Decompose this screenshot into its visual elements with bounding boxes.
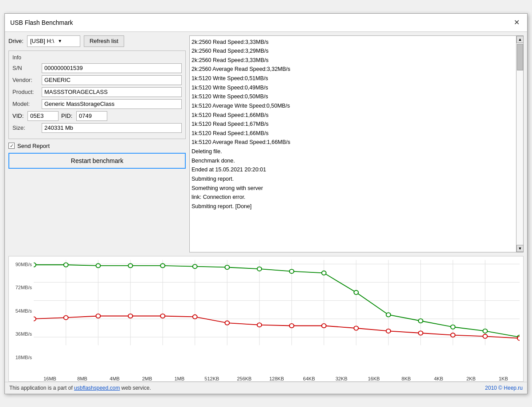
x-label-4mb: 4MB: [98, 376, 131, 381]
footer-right: 2010 © Heep.ru: [485, 385, 523, 391]
left-panel: Drive: [USB] H:\ ▼ Refresh list Info S/N…: [8, 35, 186, 252]
red-dot: [225, 321, 229, 325]
red-dot: [451, 333, 455, 337]
y-label-54: 54MB/s: [12, 308, 34, 314]
send-report-label: Send Report: [17, 143, 50, 149]
scroll-down-button[interactable]: ▼: [516, 245, 524, 252]
size-input[interactable]: [42, 123, 182, 133]
log-line: Submiting report.: [192, 174, 514, 184]
log-line: Something wrong with server: [192, 184, 514, 193]
window-title: USB Flash Benchmark: [10, 19, 73, 26]
log-line: 2k:2560 Average Read Speed:3,32MB/s: [192, 65, 514, 74]
product-label: Product:: [12, 89, 39, 95]
x-label-128kb: 128KB: [260, 376, 293, 381]
drive-value: [USB] H:\: [30, 38, 54, 44]
footer: This application is a part of usbflashsp…: [5, 382, 527, 394]
footer-link[interactable]: usbflashspeed.com: [74, 385, 120, 391]
chart-container: 90MB/s 72MB/s 54MB/s 36MB/s 18MB/s: [12, 260, 520, 375]
pid-label: PID:: [61, 112, 74, 119]
red-dot: [354, 326, 358, 330]
green-dot: [225, 265, 229, 269]
green-dot: [386, 313, 391, 317]
x-label-64kb: 64KB: [293, 376, 325, 381]
red-dot: [289, 323, 294, 327]
log-wrapper: 2k:2560 Read Speed:3,33MB/s2k:2560 Read …: [189, 35, 524, 252]
y-axis-labels: 90MB/s 72MB/s 54MB/s 36MB/s 18MB/s: [12, 260, 34, 362]
red-dot: [386, 329, 391, 333]
x-label-1mb: 1MB: [163, 376, 196, 381]
red-write-line: [34, 316, 520, 338]
red-dot: [322, 323, 326, 327]
chart-svg: [34, 260, 520, 357]
sn-row: S/N: [12, 63, 182, 73]
log-line: Submiting report. [Done]: [192, 202, 514, 211]
log-line: 2k:2560 Read Speed:3,33MB/s: [192, 38, 514, 47]
model-row: Model:: [12, 99, 182, 109]
red-dot: [64, 315, 68, 319]
red-dot: [128, 314, 133, 318]
x-label-8mb: 8MB: [66, 376, 98, 381]
scroll-up-button[interactable]: ▲: [516, 36, 524, 43]
log-line: Deleting file.: [192, 147, 514, 156]
sn-label: S/N: [12, 65, 39, 71]
main-content: Drive: [USB] H:\ ▼ Refresh list Info S/N…: [5, 32, 527, 256]
send-report-checkbox[interactable]: ✓: [8, 143, 15, 149]
product-input[interactable]: [42, 87, 182, 97]
model-input[interactable]: [42, 99, 182, 109]
y-label-18: 18MB/s: [12, 355, 34, 360]
log-line: 1k:5120 Write Speed:0,50MB/s: [192, 92, 514, 101]
green-dot: [289, 269, 294, 273]
red-dot: [257, 323, 262, 327]
x-axis-labels: 16MB 8MB 4MB 2MB 1MB 512KB 256KB 128KB 6…: [12, 375, 520, 381]
footer-text-part1: This application is a part of: [9, 385, 74, 391]
sn-input[interactable]: [42, 63, 182, 73]
green-dot: [34, 263, 36, 267]
info-group: Info S/N Vendor: Product: Model:: [8, 50, 186, 139]
vendor-label: Vendor:: [12, 77, 39, 83]
green-read-line: [34, 265, 520, 337]
green-dot: [483, 329, 487, 333]
close-button[interactable]: ✕: [511, 17, 522, 28]
vendor-input[interactable]: [42, 75, 182, 85]
y-label-72: 72MB/s: [12, 285, 34, 290]
green-dot: [193, 264, 197, 268]
vid-input[interactable]: [27, 111, 59, 121]
restart-benchmark-button[interactable]: Restart benchmark: [8, 153, 186, 169]
x-label-2kb: 2KB: [455, 376, 487, 381]
log-line: 2k:2560 Read Speed:3,33MB/s: [192, 56, 514, 65]
scrollbar-thumb[interactable]: [517, 44, 523, 70]
log-line: 1k:5120 Read Speed:1,67MB/s: [192, 120, 514, 129]
green-dot: [64, 263, 68, 267]
log-line: 2k:2560 Read Speed:3,29MB/s: [192, 47, 514, 56]
red-dot: [483, 334, 487, 338]
footer-text: This application is a part of usbflashsp…: [9, 385, 151, 391]
drive-select[interactable]: [USB] H:\ ▼: [27, 35, 80, 47]
scrollbar: ▲ ▼: [516, 35, 524, 252]
red-dot: [419, 331, 423, 335]
log-line: 1k:5120 Average Read Speed:1,66MB/s: [192, 138, 514, 147]
red-dot: [34, 317, 36, 321]
log-panel[interactable]: 2k:2560 Read Speed:3,33MB/s2k:2560 Read …: [189, 35, 516, 252]
drive-label: Drive:: [8, 38, 23, 44]
x-label-16mb: 16MB: [34, 376, 66, 381]
x-label-4kb: 4KB: [422, 376, 455, 381]
log-line: 1k:5120 Write Speed:0,51MB/s: [192, 74, 514, 83]
x-label-16kb: 16KB: [358, 376, 390, 381]
green-dot: [354, 290, 358, 294]
red-dot: [96, 314, 100, 318]
vid-label: VID:: [12, 112, 25, 119]
pid-input[interactable]: [76, 111, 107, 121]
log-line: Benchmark done.: [192, 156, 514, 166]
log-line: 1k:5120 Average Write Speed:0,50MB/s: [192, 101, 514, 111]
footer-text-part2: web service.: [120, 385, 151, 391]
drive-row: Drive: [USB] H:\ ▼ Refresh list: [8, 35, 186, 47]
vid-pid-row: VID: PID:: [12, 111, 182, 121]
scrollbar-track[interactable]: [516, 43, 523, 245]
x-label-1kb: 1KB: [487, 376, 520, 381]
refresh-list-button[interactable]: Refresh list: [84, 35, 124, 47]
green-dot: [419, 318, 423, 322]
log-line: 1k:5120 Read Speed:1,66MB/s: [192, 129, 514, 138]
main-window: USB Flash Benchmark ✕ Drive: [USB] H:\ ▼…: [4, 13, 528, 394]
log-line: 1k:5120 Write Speed:0,49MB/s: [192, 83, 514, 93]
y-label-90: 90MB/s: [12, 262, 34, 267]
